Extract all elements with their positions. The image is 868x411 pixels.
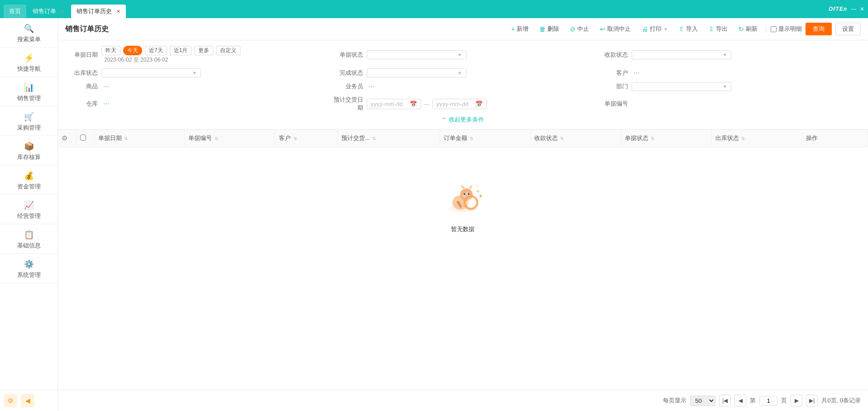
out-status-label: 出库状态	[65, 69, 101, 77]
payment-status-select[interactable]: ▼	[632, 50, 731, 59]
sidebar-item-search-menu[interactable]: 🔍 搜索菜单	[0, 18, 58, 48]
empty-text: 暂无数据	[451, 225, 475, 233]
page-label-prefix: 第	[750, 396, 756, 405]
minimize-btn[interactable]: —	[851, 6, 856, 12]
select-all-checkbox[interactable]	[80, 135, 86, 140]
svg-point-15	[466, 198, 475, 207]
7days-btn[interactable]: 近7天	[145, 46, 167, 55]
delivery-date-start[interactable]: yyyy-mm-dd 📅	[367, 99, 421, 109]
salesman-label: 业务员	[331, 82, 367, 91]
sidebar-collapse-btn[interactable]: ◀	[21, 394, 34, 407]
today-btn[interactable]: 今天	[123, 46, 142, 55]
sidebar-item-purchase-mgmt[interactable]: 🛒 采购管理	[0, 106, 58, 136]
filter-salesman-cell: 业务员 ···	[331, 82, 596, 91]
sort-customer-icon[interactable]: ⇅	[293, 136, 297, 141]
sidebar-item-sales-mgmt[interactable]: 📊 销售管理	[0, 77, 58, 106]
tab-home[interactable]: 首页	[4, 5, 26, 18]
stop-label: 中止	[577, 25, 589, 33]
import-button[interactable]: ⇧ 导入	[675, 23, 701, 35]
refresh-button[interactable]: ↻ 刷新	[735, 23, 761, 35]
pagination-bar: 每页显示 50 10 20 100 |◀ ◀ 第 页 ▶ ▶| 共0页, 0条记…	[58, 390, 868, 411]
tab-sales-order-history-label: 销售订单历史	[77, 7, 112, 15]
custom-btn[interactable]: 自定义	[216, 46, 240, 55]
salesman-dots-btn[interactable]: ···	[367, 82, 376, 91]
sort-order-status-icon[interactable]: ⇅	[651, 136, 654, 141]
calendar-icon-end: 📅	[475, 101, 483, 107]
prev-page-btn[interactable]: ◀	[734, 395, 746, 406]
sort-delivery-icon[interactable]: ⇅	[372, 136, 376, 141]
yesterday-btn[interactable]: 昨天	[101, 46, 120, 55]
tab-sales-order[interactable]: 销售订单 ✕	[27, 5, 70, 18]
brand-label: OfTEn	[829, 6, 847, 12]
table-settings-icon[interactable]: ⚙	[62, 134, 67, 142]
last-page-btn[interactable]: ▶|	[806, 395, 818, 406]
add-label: 新增	[517, 25, 528, 33]
tab-sales-order-history[interactable]: 销售订单历史 ✕	[71, 5, 126, 18]
print-label: 打印	[650, 25, 662, 33]
filter-delivery-date-cell: 预计交货日期 yyyy-mm-dd 📅 — yyyy-mm-dd 📅	[331, 96, 596, 112]
sidebar-item-base-info[interactable]: 📋 基础信息	[0, 224, 58, 254]
th-amount: 订单金额 ⇅	[440, 130, 530, 147]
stop-icon: ⊘	[570, 25, 575, 33]
query-button[interactable]: 查询	[806, 23, 832, 35]
th-order-status: 单据状态 ⇅	[621, 130, 711, 147]
th-action-label: 操作	[806, 135, 818, 141]
th-payment-status-label: 收款状态	[534, 135, 558, 141]
sidebar-item-inventory[interactable]: 📦 库存核算	[0, 136, 58, 165]
sidebar-item-system-mgmt[interactable]: ⚙️ 系统管理	[0, 254, 58, 283]
sidebar-item-fund-mgmt[interactable]: 💰 资金管理	[0, 165, 58, 195]
export-button[interactable]: ⇩ 导出	[705, 23, 731, 35]
date-range-text: 2023-06-02 至 2023-06-02	[104, 56, 240, 64]
first-page-btn[interactable]: |◀	[719, 395, 731, 406]
display-column-toggle[interactable]: 显示明细	[771, 25, 802, 33]
stop-button[interactable]: ⊘ 中止	[566, 23, 593, 35]
sidebar-settings-btn[interactable]: ⚙	[4, 394, 17, 407]
filter-complete-status-cell: 完成状态 ▼	[331, 68, 596, 77]
delivery-date-end[interactable]: yyyy-mm-dd 📅	[432, 99, 487, 109]
display-column-label: 显示明细	[778, 25, 802, 33]
print-button[interactable]: 🖨 打印 ▼	[638, 23, 671, 35]
add-icon: +	[511, 25, 515, 33]
sort-order-no-icon[interactable]: ⇅	[215, 136, 218, 141]
out-status-select[interactable]: ▼	[101, 68, 201, 77]
sort-amount-icon[interactable]: ⇅	[470, 136, 473, 141]
customer-dots-btn[interactable]: ···	[632, 69, 641, 77]
complete-status-select[interactable]: ▼	[367, 68, 466, 77]
page-size-select[interactable]: 50 10 20 100	[690, 396, 715, 406]
date-quick-btns: 昨天 今天 近7天 近1月 更多 自定义	[101, 46, 240, 55]
order-status-select[interactable]: ▼	[367, 50, 466, 59]
sidebar-item-operation-mgmt[interactable]: 📈 经营管理	[0, 195, 58, 224]
th-action: 操作	[802, 130, 868, 147]
add-button[interactable]: + 新增	[508, 23, 532, 35]
1month-btn[interactable]: 近1月	[170, 46, 192, 55]
collapse-up-icon: ⌃	[442, 116, 447, 123]
collapse-row[interactable]: ⌃ 收起更多条件	[65, 116, 861, 124]
top-bar-right: OfTEn — ✕	[829, 6, 864, 12]
main-layout: 🔍 搜索菜单 ⚡ 快捷导航 📊 销售管理 🛒 采购管理 📦 库存核算 💰 资金管…	[0, 18, 868, 411]
order-status-arrow: ▼	[457, 52, 462, 58]
close-btn[interactable]: ✕	[860, 6, 864, 12]
tab-sales-order-history-close[interactable]: ✕	[116, 9, 120, 15]
page-number-input[interactable]	[759, 396, 777, 406]
next-page-btn[interactable]: ▶	[791, 395, 802, 406]
sort-date-icon[interactable]: ⇅	[124, 136, 128, 141]
display-column-checkbox[interactable]	[771, 26, 777, 32]
filter-out-status-cell: 出库状态 ▼	[65, 68, 331, 77]
more-btn[interactable]: 更多	[194, 46, 213, 55]
date-sep: —	[424, 101, 430, 107]
filter-warehouse-cell: 仓库 ···	[65, 96, 331, 112]
export-label: 导出	[716, 25, 728, 33]
dept-select[interactable]: ▼	[632, 82, 731, 91]
sort-out-status-icon[interactable]: ⇅	[741, 136, 745, 141]
sidebar-item-inventory-label: 库存核算	[17, 153, 41, 161]
settings-button[interactable]: 设置	[835, 23, 861, 35]
tab-sales-order-close[interactable]: ✕	[61, 9, 65, 15]
cancel-stop-button[interactable]: ↩ 取消中止	[596, 23, 634, 35]
delete-button[interactable]: 🗑 删除	[536, 23, 563, 35]
sort-payment-status-icon[interactable]: ⇅	[560, 136, 564, 141]
product-dots-btn[interactable]: ···	[101, 82, 111, 91]
print-dropdown-icon: ▼	[663, 27, 668, 32]
page-size-label: 每页显示	[663, 396, 686, 405]
sidebar-item-quick-nav[interactable]: ⚡ 快捷导航	[0, 48, 58, 77]
warehouse-dots-btn[interactable]: ···	[101, 100, 111, 108]
